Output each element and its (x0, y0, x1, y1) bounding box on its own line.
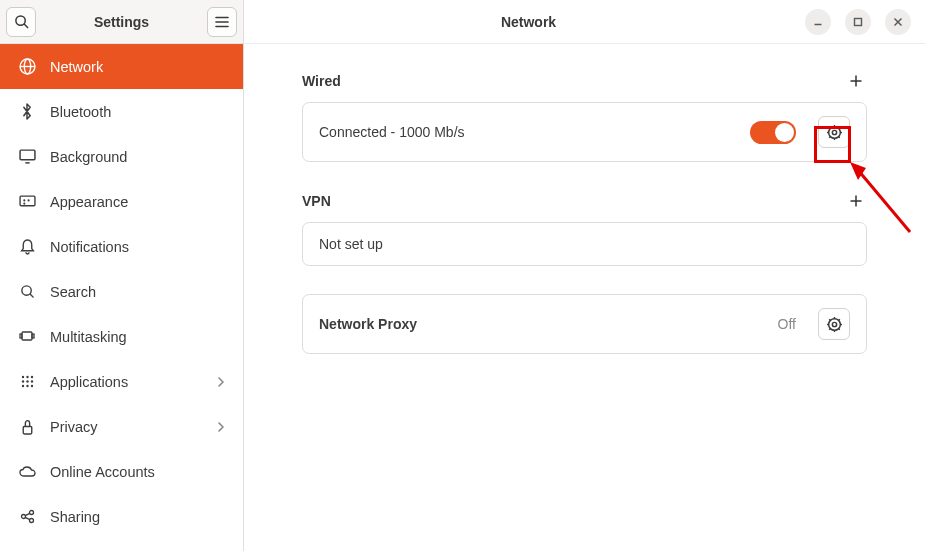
wired-title: Wired (302, 73, 341, 89)
sidebar-item-label: Notifications (50, 239, 225, 255)
svg-line-58 (829, 319, 830, 320)
svg-point-29 (21, 385, 23, 387)
svg-line-48 (838, 127, 839, 128)
menu-button[interactable] (207, 7, 237, 37)
svg-point-27 (26, 380, 28, 382)
svg-point-53 (832, 322, 836, 326)
cloud-icon (18, 466, 36, 478)
sidebar-item-bluetooth[interactable]: Bluetooth (0, 89, 243, 134)
sidebar-item-label: Online Accounts (50, 464, 225, 480)
wired-settings-button[interactable] (818, 116, 850, 148)
svg-line-46 (829, 127, 830, 128)
svg-rect-32 (23, 426, 32, 433)
wired-connection-row: Connected - 1000 Mb/s (303, 103, 866, 161)
search-icon (14, 14, 29, 29)
wired-card: Connected - 1000 Mb/s (302, 102, 867, 162)
sidebar-item-label: Background (50, 149, 225, 165)
sidebar-item-label: Appearance (50, 194, 225, 210)
sidebar-item-appearance[interactable]: Appearance (0, 179, 243, 224)
svg-point-35 (29, 519, 33, 523)
sidebar-item-multitasking[interactable]: Multitasking (0, 314, 243, 359)
svg-point-40 (828, 126, 840, 138)
sidebar-item-network[interactable]: Network (0, 44, 243, 89)
svg-line-60 (838, 319, 839, 320)
svg-point-31 (30, 385, 32, 387)
svg-point-24 (26, 376, 28, 378)
proxy-row[interactable]: Network Proxy Off (303, 295, 866, 353)
wired-toggle[interactable] (750, 121, 796, 144)
svg-rect-20 (22, 332, 32, 340)
toggle-knob (775, 123, 794, 142)
svg-rect-21 (20, 334, 22, 338)
proxy-title: Network Proxy (319, 316, 766, 332)
svg-line-47 (838, 136, 839, 137)
share-icon (18, 509, 36, 524)
add-wired-button[interactable] (845, 70, 867, 92)
vpn-row: Not set up (303, 223, 866, 265)
vpn-card: Not set up (302, 222, 867, 266)
sidebar-item-label: Privacy (50, 419, 203, 435)
display-icon (18, 149, 36, 164)
svg-point-52 (828, 318, 840, 330)
svg-point-17 (23, 202, 25, 204)
gear-icon (826, 316, 843, 333)
minimize-button[interactable] (805, 9, 831, 35)
sidebar-item-sharing[interactable]: Sharing (0, 494, 243, 539)
proxy-value: Off (778, 316, 796, 332)
svg-point-30 (26, 385, 28, 387)
svg-rect-22 (32, 334, 34, 338)
grid-icon (18, 374, 36, 389)
maximize-button[interactable] (845, 9, 871, 35)
svg-rect-14 (20, 196, 35, 206)
proxy-settings-button[interactable] (818, 308, 850, 340)
chevron-right-icon (217, 421, 225, 433)
window-controls (805, 9, 911, 35)
svg-point-33 (21, 515, 25, 519)
svg-line-36 (25, 513, 30, 515)
sidebar-item-label: Bluetooth (50, 104, 225, 120)
sidebar-item-label: Search (50, 284, 225, 300)
sidebar-item-search[interactable]: Search (0, 269, 243, 314)
proxy-card: Network Proxy Off (302, 294, 867, 354)
sidebar-item-applications[interactable]: Applications (0, 359, 243, 404)
bell-icon (18, 239, 36, 255)
add-vpn-button[interactable] (845, 190, 867, 212)
sidebar: Network Bluetooth Background Appearance (0, 44, 244, 551)
svg-point-26 (21, 380, 23, 382)
svg-point-15 (23, 199, 25, 201)
search-button[interactable] (6, 7, 36, 37)
sidebar-item-notifications[interactable]: Notifications (0, 224, 243, 269)
lock-icon (18, 419, 36, 435)
sidebar-item-online-accounts[interactable]: Online Accounts (0, 449, 243, 494)
close-button[interactable] (885, 9, 911, 35)
sidebar-item-background[interactable]: Background (0, 134, 243, 179)
svg-line-19 (30, 294, 33, 297)
vpn-title: VPN (302, 193, 331, 209)
svg-rect-12 (20, 150, 35, 160)
svg-point-23 (21, 376, 23, 378)
sidebar-item-privacy[interactable]: Privacy (0, 404, 243, 449)
sidebar-item-label: Network (50, 59, 225, 75)
sidebar-title: Settings (94, 14, 149, 30)
svg-point-16 (27, 199, 29, 201)
search-icon (18, 284, 36, 299)
titlebar: Settings Network (0, 0, 925, 44)
svg-line-59 (838, 328, 839, 329)
vpn-status: Not set up (319, 236, 850, 252)
sidebar-item-label: Sharing (50, 509, 225, 525)
maximize-icon (853, 17, 863, 27)
hamburger-icon (215, 16, 229, 28)
wired-status: Connected - 1000 Mb/s (319, 124, 738, 140)
chevron-right-icon (217, 376, 225, 388)
plus-icon (849, 74, 863, 88)
svg-point-28 (30, 380, 32, 382)
sidebar-item-label: Multitasking (50, 329, 225, 345)
plus-icon (849, 194, 863, 208)
multitasking-icon (18, 330, 36, 344)
titlebar-right: Network (244, 0, 925, 44)
minimize-icon (813, 17, 823, 27)
svg-line-61 (829, 328, 830, 329)
svg-line-49 (829, 136, 830, 137)
vpn-section-header: VPN (302, 190, 867, 212)
bluetooth-icon (18, 103, 36, 120)
